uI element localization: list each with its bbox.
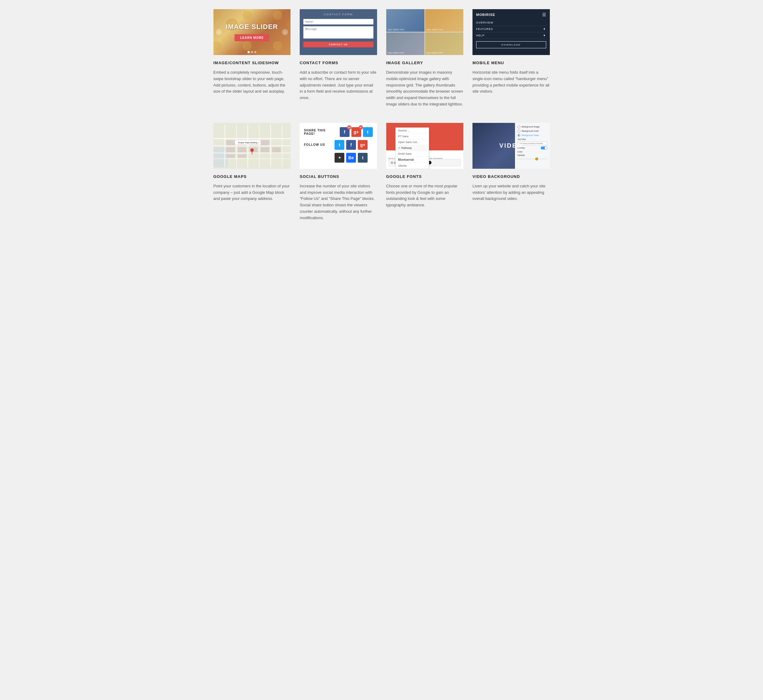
follow-icons: t f g+ — [335, 140, 368, 150]
svg-rect-1 — [213, 147, 228, 167]
github-follow-icon[interactable]: ★ — [335, 153, 344, 162]
mm-logo: MOBIRISE — [476, 13, 495, 17]
feature-card-image-gallery: Type caption here Type caption here Type… — [386, 9, 464, 108]
svg-rect-21 — [226, 155, 235, 158]
feature-desc-slideshow: Embed a completely responsive, touch-swi… — [213, 69, 291, 95]
contact-form-preview: CONTACT FORM CONTACT US — [300, 9, 377, 55]
share-row: SHARE THIS PAGE! f 192 g+ 47 t — [304, 127, 373, 137]
svg-rect-22 — [238, 155, 246, 158]
video-option-youtube[interactable]: YouTube — [517, 138, 547, 140]
contact-submit-btn[interactable]: CONTACT US — [303, 42, 373, 47]
feature-title-slideshow: IMAGE/CONTENT SLIDESHOW — [213, 61, 291, 65]
extra-follow-row: ★ Be t — [304, 153, 373, 162]
slider-dot-1[interactable] — [248, 51, 249, 53]
font-item-opensans[interactable]: Open Sans Cot... — [396, 139, 429, 145]
mm-nav-overview[interactable]: OVERVIEW — [476, 20, 546, 26]
map-container: Empire State Building ✕ — [213, 123, 291, 169]
tw-letter: t — [367, 130, 368, 134]
gp-letter: g+ — [354, 130, 359, 134]
gallery-caption-3: Type caption here — [387, 52, 404, 54]
label-bg-color: Background Color — [522, 130, 539, 132]
video-option-bg-video[interactable]: Background Video — [517, 134, 547, 137]
googleplus-follow-icon[interactable]: g+ — [358, 140, 368, 150]
mm-hamburger-icon[interactable]: ☰ — [542, 12, 546, 17]
video-preview-text: VIDEO — [500, 142, 523, 149]
svg-text:✕: ✕ — [257, 141, 259, 144]
gallery-preview: Type caption here Type caption here Type… — [386, 9, 464, 55]
follow-row: FOLLOW US t f g+ — [304, 140, 373, 150]
radio-bg-color[interactable] — [517, 130, 520, 133]
slider-dot-3[interactable] — [254, 51, 256, 53]
mm-nav-features[interactable]: FEATURES ▼ — [476, 26, 546, 33]
mobile-menu-preview: MOBIRISE ☰ OVERVIEW FEATURES ▼ HELP ▼ DO… — [473, 9, 550, 55]
font-item-source[interactable]: Source ... — [396, 128, 429, 134]
opacity-slider-thumb[interactable] — [535, 158, 538, 161]
fb-letter: f — [344, 130, 345, 134]
font-item-raleway[interactable]: ✓ Raleway — [396, 145, 429, 151]
facebook-share-icon[interactable]: f 192 — [340, 127, 349, 137]
mm-nav-help[interactable]: HELP ▼ — [476, 33, 546, 39]
mm-help-arrow: ▼ — [543, 34, 546, 37]
contact-name-input[interactable] — [303, 19, 373, 25]
svg-rect-16 — [226, 147, 235, 152]
feature-title-contact: CONTACT FORMS — [300, 61, 377, 65]
gallery-caption-1: Type caption here — [387, 28, 404, 31]
feature-card-google-maps: Empire State Building ✕ GOOGLE MAPS Poin… — [213, 123, 291, 221]
gallery-cell-3[interactable]: Type caption here — [386, 33, 425, 55]
share-label: SHARE THIS PAGE! — [304, 129, 337, 135]
gallery-cell-1[interactable]: Type caption here — [386, 9, 425, 32]
feature-card-contact-forms: CONTACT FORM CONTACT US CONTACT FORMS Ad… — [300, 9, 377, 108]
fb-count: 192 — [347, 125, 351, 130]
slider-arrows: ‹ › — [213, 9, 291, 55]
feature-grid-row-2: Empire State Building ✕ GOOGLE MAPS Poin… — [213, 123, 550, 221]
opacity-slider-track — [517, 158, 547, 160]
gallery-cell-4[interactable]: Type caption here — [425, 33, 463, 55]
video-option-color: Color — [517, 151, 547, 153]
font-item-pt[interactable]: PT Sans — [396, 134, 429, 139]
mm-header: MOBIRISE ☰ — [476, 12, 546, 17]
maps-preview: Empire State Building ✕ — [213, 123, 291, 169]
tumblr-follow-icon[interactable]: t — [358, 153, 368, 162]
video-preview: VIDEO Background Image Background Color … — [473, 123, 550, 169]
feature-title-mobile-menu: MOBILE MENU — [473, 61, 550, 65]
font-item-ubuntu[interactable]: Ubuntu — [396, 163, 429, 169]
radio-bg-image[interactable] — [517, 125, 520, 128]
label-bg-video: Background Video — [522, 134, 539, 136]
gallery-cell-2[interactable]: Type caption here — [425, 9, 463, 32]
feature-title-video-bg: VIDEO BACKGROUND — [473, 174, 550, 179]
slider-dots — [248, 51, 256, 53]
twitter-follow-icon[interactable]: t — [335, 140, 344, 150]
feature-card-video-bg: VIDEO Background Image Background Color … — [473, 123, 550, 221]
radio-bg-video[interactable] — [517, 134, 520, 137]
mm-help-label: HELP — [476, 34, 485, 37]
slider-dot-2[interactable] — [251, 51, 253, 53]
googleplus-share-icon[interactable]: g+ 47 — [351, 127, 361, 137]
label-opacity: Opacity — [517, 154, 525, 156]
slider-next-arrow[interactable]: › — [282, 29, 288, 35]
social-preview: SHARE THIS PAGE! f 192 g+ 47 t — [300, 123, 377, 169]
slider-preview: ‹ › IMAGE SLIDER LEARN MORE — [213, 9, 291, 55]
feature-card-mobile-menu: MOBIRISE ☰ OVERVIEW FEATURES ▼ HELP ▼ DO… — [473, 9, 550, 108]
label-color: Color — [517, 151, 523, 153]
gp-follow-letter: g+ — [360, 142, 365, 147]
fb-follow-letter: f — [351, 142, 352, 147]
video-option-bg-color[interactable]: Background Color — [517, 130, 547, 133]
twitter-share-icon[interactable]: t — [363, 127, 373, 137]
share-icons: f 192 g+ 47 t — [340, 127, 373, 137]
svg-rect-15 — [260, 140, 269, 145]
mm-download-btn[interactable]: DOWNLOAD — [476, 41, 546, 48]
facebook-follow-icon[interactable]: f — [346, 140, 356, 150]
feature-title-social: SOCIAL BUTTONS — [300, 174, 377, 179]
gallery-caption-2: Type caption here — [426, 28, 443, 31]
behance-follow-icon[interactable]: Be — [346, 153, 356, 162]
slider-prev-arrow[interactable]: ‹ — [216, 29, 222, 35]
font-item-montserrat[interactable]: Montserrat — [396, 157, 429, 163]
video-option-bg-image[interactable]: Background Image — [517, 125, 547, 128]
feature-desc-fonts: Choose one or more of the most popular f… — [386, 183, 464, 208]
svg-rect-20 — [272, 147, 280, 152]
overlay-toggle[interactable] — [541, 147, 547, 150]
font-item-droid[interactable]: Droid Sans — [396, 151, 429, 157]
feature-grid-row-1: ‹ › IMAGE SLIDER LEARN MORE IMAGE/CONTEN… — [213, 9, 550, 108]
label-youtube: YouTube — [517, 138, 526, 140]
contact-message-input[interactable] — [303, 26, 373, 39]
